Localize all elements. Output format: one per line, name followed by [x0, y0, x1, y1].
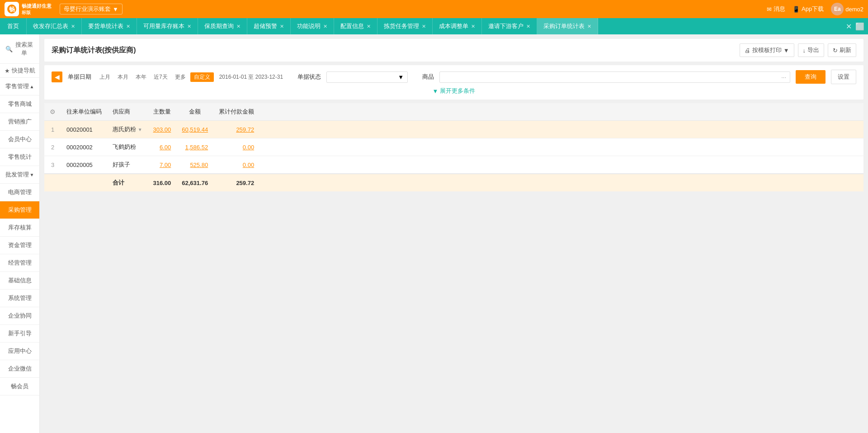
- tab-label: 采购订单统计表: [543, 22, 585, 30]
- close-icon[interactable]: ✕: [323, 24, 327, 29]
- sidebar-item-finance[interactable]: 资金管理: [0, 237, 39, 254]
- sidebar-item-purchase[interactable]: 采购管理: [0, 201, 39, 219]
- quick-nav-button[interactable]: ★ 快捷导航: [0, 64, 39, 78]
- sidebar-item-wechat[interactable]: 企业微信: [0, 360, 39, 378]
- close-icon[interactable]: ✕: [187, 24, 191, 29]
- search-icon: 🔍: [5, 46, 13, 52]
- tab-home[interactable]: 首页: [0, 18, 27, 34]
- goods-input-area[interactable]: ···: [439, 71, 790, 83]
- close-all-icon[interactable]: ✕: [846, 22, 852, 31]
- row-unit-code: 00020002: [61, 138, 107, 156]
- date-this-year-btn[interactable]: 本年: [133, 72, 149, 82]
- sidebar-item-label: 采购管理: [8, 206, 32, 213]
- search-button[interactable]: 查询: [796, 70, 826, 84]
- refresh-icon: ↻: [833, 47, 838, 54]
- footer-quantity: 316.00: [148, 174, 177, 192]
- row-quantity[interactable]: 7.00: [148, 156, 177, 174]
- row-paid[interactable]: 0.00: [213, 156, 259, 174]
- tab-gongneng[interactable]: 功能说明 ✕: [291, 18, 334, 34]
- goods-search-input[interactable]: [443, 74, 779, 81]
- row-amount[interactable]: 60,519.44: [176, 121, 213, 138]
- username: demo2: [845, 6, 863, 13]
- sidebar-item-operations[interactable]: 经营管理: [0, 254, 39, 272]
- tab-shou-fa-cun[interactable]: 收发存汇总表 ✕: [27, 18, 82, 34]
- sidebar-item-retail-mgmt[interactable]: 零售管理 ▲: [0, 78, 39, 95]
- tab-yaoqing[interactable]: 邀请下游客户 ✕: [482, 18, 537, 34]
- tab-baozhi[interactable]: 保质期查询 ✕: [198, 18, 247, 34]
- close-icon[interactable]: ✕: [422, 24, 426, 29]
- close-icon[interactable]: ✕: [236, 24, 241, 29]
- page-actions: 🖨 按模板打印 ▼ ↓ 导出 ↻ 刷新: [740, 43, 856, 57]
- sidebar-item-label: 畅会员: [11, 383, 28, 390]
- close-icon[interactable]: ✕: [526, 24, 530, 29]
- sidebar-item-newbie[interactable]: 新手引导: [0, 325, 39, 343]
- app-download-btn[interactable]: 📱 App下载: [793, 5, 824, 13]
- row-supplier: 飞鹤奶粉: [107, 138, 148, 156]
- tab-yao-huo[interactable]: 要货单统计表 ✕: [82, 18, 137, 34]
- row-extra: [259, 156, 863, 174]
- refresh-button[interactable]: ↻ 刷新: [828, 43, 856, 57]
- tab-chengben[interactable]: 成本调整单 ✕: [433, 18, 482, 34]
- close-icon[interactable]: ✕: [367, 24, 371, 29]
- tab-jianhuo[interactable]: 拣货任务管理 ✕: [377, 18, 433, 34]
- sidebar-item-inventory[interactable]: 库存核算: [0, 219, 39, 237]
- fullscreen-icon[interactable]: ⬜: [855, 22, 864, 31]
- date-this-month-btn[interactable]: 本月: [115, 72, 131, 82]
- more-dots-icon[interactable]: ···: [781, 74, 786, 81]
- row-amount[interactable]: 525.80: [176, 156, 213, 174]
- row-paid[interactable]: 0.00: [213, 138, 259, 156]
- sidebar-item-system[interactable]: 系统管理: [0, 290, 39, 307]
- nav-tabs: 首页 收发存汇总表 ✕ 要货单统计表 ✕ 可用量库存账本 ✕ 保质期查询 ✕ 超…: [0, 18, 868, 34]
- close-icon[interactable]: ✕: [280, 24, 284, 29]
- tab-chaochu[interactable]: 超储预警 ✕: [247, 18, 291, 34]
- chevron-down-icon: ▼: [433, 88, 439, 95]
- close-icon[interactable]: ✕: [71, 24, 75, 29]
- row-amount[interactable]: 1,586.52: [176, 138, 213, 156]
- tab-caigou-active[interactable]: 采购订单统计表 ✕: [537, 18, 598, 34]
- sidebar-item-ecommerce[interactable]: 电商管理: [0, 184, 39, 201]
- date-more-btn[interactable]: 更多: [172, 72, 189, 82]
- tab-peizhi[interactable]: 配置信息 ✕: [334, 18, 377, 34]
- close-icon[interactable]: ✕: [126, 24, 130, 29]
- sidebar-item-wholesale[interactable]: 批发管理 ▼: [0, 166, 39, 184]
- row-quantity[interactable]: 6.00: [148, 138, 177, 156]
- sidebar-item-enterprise[interactable]: 企业协同: [0, 307, 39, 325]
- sidebar-item-label: 营销推广: [8, 118, 32, 125]
- column-settings-icon[interactable]: ⚙: [50, 108, 56, 115]
- date-custom-btn[interactable]: 自定义: [190, 72, 214, 82]
- message-btn[interactable]: ✉ 消息: [767, 5, 785, 13]
- sidebar-item-marketing[interactable]: 营销推广: [0, 113, 39, 131]
- sidebar-item-retail-shop[interactable]: 零售商城: [0, 95, 39, 113]
- close-icon[interactable]: ✕: [471, 24, 475, 29]
- sidebar-item-label: 基础信息: [8, 277, 32, 284]
- row-quantity[interactable]: 303.00: [148, 121, 177, 138]
- tab-kuyou[interactable]: 可用量库存账本 ✕: [137, 18, 198, 34]
- table-row: 1 00020001 惠氏奶粉 ▼ 303.00 60,519.44 259.7…: [44, 121, 863, 138]
- export-button[interactable]: ↓ 导出: [798, 43, 825, 57]
- filter-bar: ◀ 单据日期 上月 本月 本年 近7天 更多 自定义 2016-01-01 至 …: [44, 65, 863, 100]
- search-menu-button[interactable]: 🔍 搜索菜单: [4, 38, 36, 60]
- sidebar-item-member[interactable]: 会员中心: [0, 131, 39, 148]
- user-avatar-area[interactable]: Ea demo2: [831, 3, 863, 15]
- expand-more-button[interactable]: ▼ 展开更多条件: [433, 87, 476, 95]
- logo-area: 畅 畅捷通好生意 标版: [5, 2, 52, 16]
- goods-filter-label: 商品: [422, 73, 434, 81]
- col-extra-header: [259, 103, 863, 121]
- date-last-month-btn[interactable]: 上月: [97, 72, 113, 82]
- row-paid[interactable]: 259.72: [213, 121, 259, 138]
- date-7days-btn[interactable]: 近7天: [151, 72, 170, 82]
- date-range-display: 2016-01-01 至 2023-12-31: [219, 73, 283, 81]
- account-selector[interactable]: 母婴行业演示账套 ▼: [60, 4, 123, 14]
- sidebar-item-app-center[interactable]: 应用中心: [0, 343, 39, 360]
- status-dropdown[interactable]: ▼: [326, 71, 408, 83]
- col-supplier-header: 供应商: [107, 103, 148, 121]
- filter-toggle-button[interactable]: ◀: [52, 71, 62, 82]
- row-unit-code: 00020005: [61, 156, 107, 174]
- settings-button[interactable]: 设置: [831, 70, 856, 84]
- sidebar-item-retail-stat[interactable]: 零售统计: [0, 148, 39, 166]
- sidebar-item-basic-info[interactable]: 基础信息: [0, 272, 39, 290]
- sidebar-item-member2[interactable]: 畅会员: [0, 378, 39, 395]
- close-icon[interactable]: ✕: [587, 24, 591, 29]
- print-button[interactable]: 🖨 按模板打印 ▼: [740, 43, 794, 57]
- expand-row-icon[interactable]: ▼: [138, 127, 142, 132]
